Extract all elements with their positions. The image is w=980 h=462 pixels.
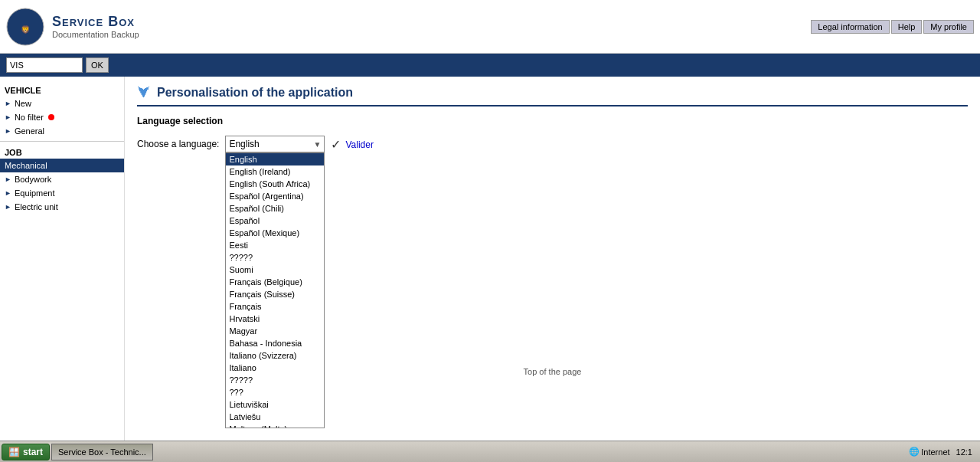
app-title-block: Service Box Documentation Backup bbox=[52, 14, 139, 39]
sidebar-item-label: General bbox=[15, 126, 44, 136]
language-option[interactable]: Italiano bbox=[226, 362, 324, 374]
page-heading: ⮟ Personalisation of the application bbox=[137, 84, 968, 106]
internet-status: 🌐 Internet bbox=[909, 447, 949, 457]
validate-area: ✓ Valider bbox=[331, 137, 373, 152]
language-option[interactable]: Latviešu bbox=[226, 411, 324, 423]
language-select-wrapper: English ▼ EnglishEnglish (Ireland)Englis… bbox=[225, 136, 325, 152]
language-option[interactable]: Español bbox=[226, 215, 324, 227]
sidebar-item-no-filter[interactable]: ► No filter bbox=[0, 110, 124, 124]
sidebar-item-label: New bbox=[15, 99, 31, 108]
vis-input[interactable] bbox=[6, 57, 83, 73]
help-button[interactable]: Help bbox=[891, 20, 923, 34]
arrow-icon: ► bbox=[5, 100, 11, 107]
language-option[interactable]: Magyar bbox=[226, 325, 324, 337]
taskbar-items: Service Box - Technic... bbox=[51, 444, 907, 460]
internet-label: Internet bbox=[921, 447, 949, 457]
language-option[interactable]: English bbox=[226, 153, 324, 165]
my-profile-button[interactable]: My profile bbox=[923, 20, 974, 34]
taskbar: 🪟 start Service Box - Technic... 🌐 Inter… bbox=[0, 441, 980, 462]
logo-area: 🦁 Service Box Documentation Backup bbox=[6, 8, 139, 46]
language-option[interactable]: Italiano (Svizzera) bbox=[226, 349, 324, 362]
taskbar-right: 🌐 Internet 12:1 bbox=[909, 447, 978, 457]
language-option[interactable]: ??? bbox=[226, 386, 324, 398]
vehicle-section-title: VEHICLE bbox=[0, 83, 124, 97]
sidebar-item-equipment[interactable]: ► Equipment bbox=[0, 186, 124, 200]
windows-icon: 🪟 bbox=[8, 447, 20, 457]
peugeot-logo: 🦁 bbox=[6, 8, 44, 46]
toolbar: OK bbox=[0, 54, 980, 77]
sidebar-item-mechanical[interactable]: Mechanical bbox=[0, 159, 124, 172]
app-subtitle: Documentation Backup bbox=[52, 30, 139, 39]
language-option[interactable]: English (South Africa) bbox=[226, 178, 324, 190]
selected-language-text: English bbox=[229, 139, 259, 149]
start-button[interactable]: 🪟 start bbox=[2, 444, 50, 460]
main-layout: VEHICLE ► New ► No filter ► General JOB … bbox=[0, 77, 980, 441]
valider-button[interactable]: Valider bbox=[345, 139, 373, 150]
header-right: Legal information Help My profile bbox=[811, 20, 974, 34]
language-select-display[interactable]: English ▼ bbox=[225, 136, 325, 152]
sidebar-divider bbox=[0, 141, 124, 142]
language-option[interactable]: Español (Chili) bbox=[226, 202, 324, 215]
top-of-page-label: Top of the page bbox=[524, 367, 582, 376]
system-clock: 12:1 bbox=[953, 447, 975, 457]
language-option[interactable]: Español (Mexique) bbox=[226, 227, 324, 239]
taskbar-item-label: Service Box - Technic... bbox=[58, 447, 146, 457]
app-title: Service Box bbox=[52, 14, 139, 30]
language-section-label: Language selection bbox=[137, 116, 968, 126]
dropdown-arrow-icon: ▼ bbox=[314, 140, 322, 149]
taskbar-servicebox-item[interactable]: Service Box - Technic... bbox=[51, 444, 153, 460]
sidebar-item-new[interactable]: ► New bbox=[0, 97, 124, 110]
header: 🦁 Service Box Documentation Backup Legal… bbox=[0, 0, 980, 54]
language-option[interactable]: Bahasa - Indonesia bbox=[226, 337, 324, 349]
arrow-icon: ► bbox=[5, 175, 11, 183]
sidebar-item-label: No filter bbox=[15, 113, 44, 122]
language-option[interactable]: Español (Argentina) bbox=[226, 190, 324, 202]
checkmark-icon: ✓ bbox=[331, 137, 341, 152]
arrow-icon: ► bbox=[5, 203, 11, 211]
sidebar-item-label: Mechanical bbox=[5, 161, 47, 170]
internet-icon: 🌐 bbox=[909, 447, 920, 457]
language-option[interactable]: Hrvatski bbox=[226, 313, 324, 325]
language-option[interactable]: English (Ireland) bbox=[226, 165, 324, 178]
language-dropdown[interactable]: EnglishEnglish (Ireland)English (South A… bbox=[225, 152, 325, 428]
language-option[interactable]: Français bbox=[226, 300, 324, 313]
sidebar-item-label: Electric unit bbox=[15, 202, 58, 211]
sidebar-item-label: Equipment bbox=[15, 188, 55, 198]
language-option[interactable]: Lietuviškai bbox=[226, 398, 324, 411]
language-option[interactable]: Suomi bbox=[226, 264, 324, 276]
sidebar-item-electric-unit[interactable]: ► Electric unit bbox=[0, 200, 124, 214]
language-option[interactable]: Français (Belgique) bbox=[226, 276, 324, 288]
language-option[interactable]: Maltese (Malta) bbox=[226, 423, 324, 428]
content-area: ⮟ Personalisation of the application Lan… bbox=[125, 77, 980, 441]
language-section: Language selection Choose a language: En… bbox=[137, 116, 968, 152]
arrow-icon: ► bbox=[5, 189, 11, 197]
svg-text:🦁: 🦁 bbox=[21, 25, 31, 34]
language-option[interactable]: ????? bbox=[226, 374, 324, 386]
language-option[interactable]: Eesti bbox=[226, 239, 324, 251]
heading-arrow-icon: ⮟ bbox=[137, 84, 151, 100]
job-section-title: JOB bbox=[0, 145, 124, 159]
language-option[interactable]: Français (Suisse) bbox=[226, 288, 324, 300]
arrow-icon: ► bbox=[5, 127, 11, 135]
language-option[interactable]: ????? bbox=[226, 251, 324, 264]
page-title: Personalisation of the application bbox=[157, 86, 353, 100]
filter-dot bbox=[48, 114, 54, 120]
language-row: Choose a language: English ▼ EnglishEngl… bbox=[137, 136, 968, 152]
sidebar-item-general[interactable]: ► General bbox=[0, 124, 124, 138]
sidebar-item-bodywork[interactable]: ► Bodywork bbox=[0, 172, 124, 186]
legal-info-button[interactable]: Legal information bbox=[811, 20, 889, 34]
sidebar: VEHICLE ► New ► No filter ► General JOB … bbox=[0, 77, 125, 441]
arrow-icon: ► bbox=[5, 113, 11, 121]
start-label: start bbox=[23, 447, 43, 457]
ok-button[interactable]: OK bbox=[86, 57, 109, 73]
choose-language-label: Choose a language: bbox=[137, 136, 219, 152]
sidebar-item-label: Bodywork bbox=[15, 175, 51, 184]
